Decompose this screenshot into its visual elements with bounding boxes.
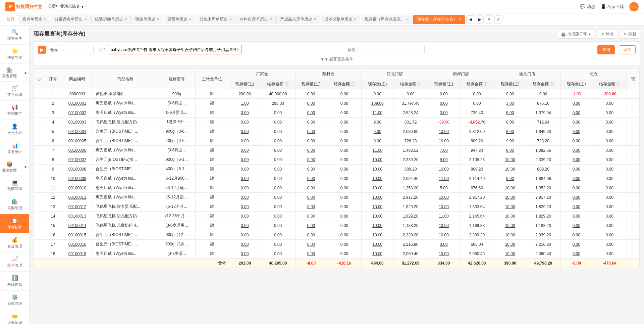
expand-conditions-btn[interactable]: ▼▼ 展开更多条件 [320,56,353,62]
cell-chj-amt: 0.00 [261,127,295,136]
cell-jbmd-amt: 1,829.20 [393,202,428,212]
cell-mcj-qty: 0.00 [295,221,327,230]
close-icon[interactable]: ✕ [124,17,127,21]
table-row: 16 00100015 合生元（BIOSTIME）... 900g（12-...… [34,230,640,240]
cell-mcj-qty: 0.00 [295,193,327,202]
query-btn[interactable]: 查询 [597,45,615,54]
chj-amt-info-icon[interactable]: ⓘ [285,82,288,86]
cell-name: 惠氏启赋（Wyeth illu... [93,183,158,193]
cell-no: 13 [44,202,62,212]
cell-sum-label: 合计 [44,259,229,268]
sidebar-item-purchase[interactable]: 🛍️ 采购管理 [0,195,29,214]
sidebar-item-base[interactable]: ℹ️ 基础信息 [0,272,29,291]
store-select[interactable]: 母婴行业演示陈套 ▾ [45,3,87,10]
cell-namd-amt: 2,060.40 [460,249,494,259]
cell-code: 00100005 [62,136,93,146]
app-download-btn[interactable]: 📱 App下载 [601,4,624,10]
cell-jbmd-amt: 2,339.20 [393,230,428,240]
close-icon[interactable]: ✕ [229,17,232,21]
ybmd-amt-info-icon[interactable]: ⓘ [550,82,554,86]
cell-chj-qty: 0.00 [229,202,261,212]
cell-mcj-amt: 0.00 [327,174,362,183]
export-btn[interactable]: ↗ 导出 [597,30,617,39]
cell-jbmd-amt: 809.20 [393,165,428,174]
sidebar-item-finance[interactable]: 💰 资金管理 [0,233,29,252]
cell-current [627,136,640,146]
tab-sub-count[interactable]: 分量盘点单历史 ✕ [51,15,91,24]
cell-current [627,146,640,155]
cell-name: 合生元(BIOSTIME)添... [93,155,158,165]
cell-mcj-qty: 0.00 [295,230,327,240]
tab-stock-dist[interactable]: 现存量（库存分布表） ✕ [413,15,465,24]
close-icon[interactable]: ✕ [354,17,357,21]
tab-requisition[interactable]: 要货单历史 ✕ [164,15,195,24]
goods-input[interactable] [108,45,242,54]
refresh-btn[interactable]: ↻ 刷新 [620,30,640,39]
total-amt-info-icon[interactable]: ⓘ [616,82,620,86]
tab-assembly[interactable]: 组装拆卸单历史 ✕ [91,15,131,24]
tab-inventory-count[interactable]: 盘点单历史 ✕ [19,15,50,24]
tab-transfer[interactable]: 调拨单历史 ✕ [131,15,163,24]
tab-expand-btn[interactable]: ⤢ [494,15,502,24]
tab-next-btn[interactable]: ▶ [476,15,484,24]
print-btn[interactable]: 🖨️ 按模版打印 ▾ [557,30,594,39]
sidebar-item-marketing[interactable]: 📢 营销推广 [0,101,29,120]
ops-icon: 📈 [11,256,18,262]
sidebar-item-inventory[interactable]: 📋 库存核算 [0,214,29,233]
namd-amt-info-icon[interactable]: ⓘ [484,82,487,86]
tab-other-out[interactable]: 其他出库单历史 ✕ [196,15,235,24]
sidebar-item-retail-shop[interactable]: 🛒 零售商城 [0,82,29,101]
cell-jbmd-qty: 10.00 [362,230,393,240]
sidebar-item-system[interactable]: ⚙️ 系统管理 [0,291,29,310]
settings-icon[interactable]: ⚙ [37,77,41,82]
close-icon[interactable]: ✕ [84,17,87,21]
avatar[interactable]: demo2 [629,2,639,11]
chevron-down-icon: ▼▼ [320,57,328,62]
cell-spec: (0-6月适... [158,146,195,155]
close-icon[interactable]: ✕ [314,17,316,21]
tab-material-out[interactable]: 材料出库单历史 ✕ [236,15,276,24]
jbmd-qty-header: 现存量(主) [362,79,393,89]
tab-finished-in[interactable]: 产成品入库单历史 ✕ [276,15,320,24]
sidebar-item-search[interactable]: 🔍 搜索英单 [0,26,29,45]
tab-cost-adjust[interactable]: 成本调整单历史 ✕ [321,15,360,24]
close-icon[interactable]: ✕ [157,17,159,21]
cell-jbmd-qty: 10.00 [362,165,393,174]
sidebar-item-retail-stats[interactable]: 📊 零售统计 [0,139,29,158]
close-icon[interactable]: ✕ [44,17,47,21]
cell-mcj-qty: 0.00 [295,240,327,249]
cell-namd-qty: -39.00 [428,118,460,127]
cell-ybmd-qty: 9.00 [494,174,526,183]
cell-namd-qty: 11.00 [428,174,460,183]
warehouse-input[interactable] [60,45,94,54]
sidebar-item-ops[interactable]: 📈 经营管理 [0,252,29,272]
expand-arrow-btn[interactable]: ▶ [38,46,46,54]
close-icon[interactable]: ✕ [189,17,192,21]
message-btn[interactable]: 💬 消息 [580,4,595,10]
close-icon[interactable]: ✕ [459,17,461,21]
close-icon[interactable]: ✕ [269,17,272,21]
sidebar-item-ecom[interactable]: 💻 电商管理 [0,176,29,195]
cell-namd-amt: 2,114.40 [460,174,494,183]
mcj-amt-info-icon[interactable]: ⓘ [351,82,355,86]
cell-spec: 400g（0-6... [158,136,195,146]
sidebar-item-retail-manage[interactable]: 🏪 零售管理 ▲ [0,64,29,82]
tab-stock-status[interactable]: 现存量（库存状况表） ✕ [361,15,413,24]
sidebar-item-nav[interactable]: ⭐ 快捷导航 [0,45,29,64]
col-settings: ⚙ [34,69,44,89]
tab-home[interactable]: 首页 [3,15,18,24]
cell-namd-qty: 3.00 [428,240,460,249]
cell-ybmd-qty: 6.00 [494,108,526,118]
close-icon[interactable]: ✕ [406,17,409,21]
tab-prev-btn[interactable]: ◀ [466,15,474,24]
color-input[interactable] [358,45,425,54]
sidebar-item-member[interactable]: 👤 会员中心 [0,120,29,139]
set-btn[interactable]: 设置 [619,45,636,54]
tab-more-btn[interactable]: ✕ [485,15,493,24]
cell-chj-amt: 0.00 [261,108,295,118]
cell-total-qty: 0.00 [560,249,592,259]
sidebar-item-wholesale[interactable]: 📦 批发管理 ▼ [0,158,29,176]
jbmd-amt-info-icon[interactable]: ⓘ [417,82,421,86]
sidebar-item-collab[interactable]: 🤝 企业协同 [0,310,29,324]
table-row: 9 00100008 合生元（BIOSTIME）... 400g（6-1... … [34,165,640,174]
